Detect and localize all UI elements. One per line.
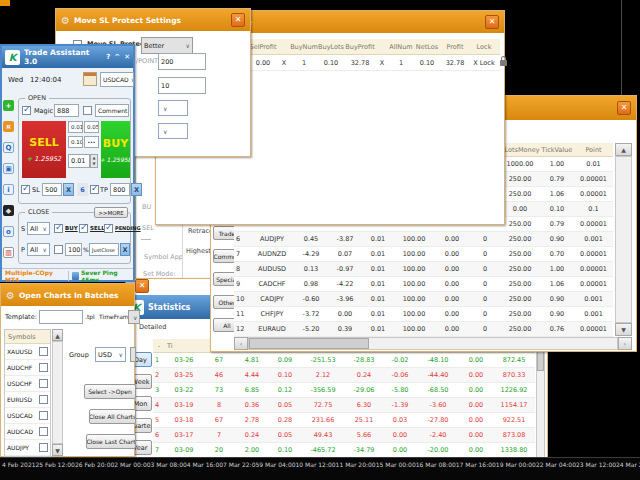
lot-more-button[interactable]: ••• [84, 136, 99, 148]
symbol-checkbox[interactable] [39, 443, 48, 452]
symbols-list-item[interactable]: EURUSD [5, 392, 50, 408]
statistics-close-icon[interactable]: ✕ [135, 279, 149, 293]
distance-field[interactable]: 200 [158, 53, 206, 70]
symbols-row[interactable]: 10 CADJPY -0.60 -3.96 0.01 100.00 0.00 0… [234, 292, 613, 307]
symbol-checkbox[interactable] [39, 395, 48, 404]
symbols-row[interactable]: 6 AUDJPY 0.45 -3.87 0.01 100.00 0.00 0 2… [234, 232, 613, 247]
symbol-checkbox[interactable] [39, 347, 48, 356]
symbol-checkbox[interactable] [39, 379, 48, 388]
sl-field[interactable]: 500 [42, 183, 62, 196]
profit-filter-dropdown[interactable]: All [27, 243, 50, 256]
close-pending-checkbox[interactable] [104, 224, 113, 233]
symbols-row[interactable]: 7 AUDNZD -4.29 0.07 0.01 100.00 0.00 0 2… [234, 247, 613, 262]
symbol-checkbox[interactable] [39, 427, 48, 436]
symbols-row[interactable]: 9 CADCHF 0.98 -4.22 0.01 100.00 0.00 0 2… [234, 277, 613, 292]
statistics-row[interactable]: 7 03-09 20 2.00 0.10 -465.72 -34.79 0.00… [153, 443, 535, 458]
side-filter-dropdown[interactable]: All [27, 222, 50, 235]
comment-checkbox[interactable] [83, 106, 92, 115]
calendar-icon[interactable] [83, 72, 97, 86]
lot-stepper[interactable]: 0.01 [68, 154, 90, 168]
symbols-row[interactable]: 11 CHFJPY -3.72 0.00 0.01 100.00 0.00 0 … [234, 307, 613, 322]
close-execute-button[interactable]: X [120, 243, 130, 256]
lot-preset-3[interactable]: 0.10 [68, 136, 83, 148]
tab-detailed[interactable]: Detailed [139, 323, 166, 331]
symbol-checkbox[interactable] [39, 411, 48, 420]
symbols-list-item[interactable]: AUDJPY [5, 440, 50, 456]
symbols-list-item[interactable]: USDCHF [5, 376, 50, 392]
scroll-down-icon[interactable]: ▼ [615, 323, 632, 336]
sl-checkbox[interactable] [21, 185, 30, 194]
percent-checkbox[interactable] [54, 245, 63, 254]
timeframe-dropdown[interactable] [128, 310, 140, 324]
group-dropdown[interactable]: USD [95, 347, 126, 362]
select-open-button[interactable]: Select ->Open [84, 384, 136, 399]
scroll-right-icon[interactable]: › [618, 337, 632, 350]
tool-icon[interactable]: Q [3, 142, 14, 153]
move-sl-title-bar[interactable]: ⚙ Move SL Protect Settings ✕ [56, 9, 250, 31]
tool-icon[interactable]: + [3, 100, 14, 111]
magic-field[interactable]: 888 [54, 104, 79, 117]
percent-field[interactable]: 100 [65, 243, 82, 256]
template-field[interactable] [39, 310, 83, 324]
lock-icon[interactable] [500, 60, 507, 66]
statistics-row[interactable]: 4 03-19 8 0.36 0.05 72.75 6.30 -1.39 -3.… [153, 398, 535, 413]
tool-icon[interactable]: ▥ [3, 247, 14, 258]
v-scrollbar[interactable] [615, 156, 632, 323]
symbols-list-item[interactable]: AUDCAD [5, 424, 50, 440]
scroll-left-icon[interactable]: ‹ [234, 337, 248, 350]
statistics-scrollbar[interactable] [536, 339, 545, 458]
hidden-item-highest[interactable]: Highest [186, 247, 211, 255]
symbol-checkbox[interactable] [39, 363, 48, 372]
magic-checkbox[interactable] [22, 106, 31, 115]
lot-stepper-arrows[interactable]: ▲▼ [90, 154, 98, 168]
statistics-row[interactable]: 3 03-22 73 6.85 0.12 -356.59 -29.06 -5.8… [153, 383, 535, 398]
tool-icon[interactable]: ◆ [3, 205, 14, 216]
tp-clear-button[interactable]: X [131, 183, 142, 196]
close-last-chart-button[interactable]: Close Last Chart [86, 434, 136, 449]
close-mode-dropdown[interactable]: JustClose [89, 243, 119, 256]
mode-dropdown[interactable]: Better [141, 37, 193, 54]
close-icon[interactable]: ✕ [485, 15, 499, 29]
lot-preset-1[interactable]: 0.01 [68, 121, 83, 133]
tool-icon[interactable]: ▣ [3, 163, 14, 174]
more-button[interactable]: >>MORE [94, 207, 128, 218]
h-scrollbar[interactable]: ‹ › [234, 337, 632, 350]
collapse-icon[interactable]: ^ [114, 53, 120, 61]
statistics-row[interactable]: 6 03-17 7 0.24 0.05 49.43 5.66 0.00 -2.4… [153, 428, 535, 443]
tool-icon[interactable]: i [3, 184, 14, 195]
open-charts-title-bar[interactable]: ⚙ Open Charts In Batches [1, 284, 134, 306]
lot-preset-2[interactable]: 0.05 [84, 121, 99, 133]
close-buy-checkbox[interactable] [54, 224, 63, 233]
tp-field[interactable]: 800 [110, 183, 130, 196]
symbols-list-item[interactable]: USDCAD [5, 408, 50, 424]
close-icon[interactable]: ✕ [124, 53, 130, 61]
tool-icon[interactable]: ¤ [3, 121, 14, 132]
sell-button[interactable]: SELL + 1.25952 [22, 121, 66, 178]
sl-clear-button[interactable]: X [63, 183, 74, 196]
group-extra-dropdown[interactable] [130, 347, 136, 362]
close-all-charts-button[interactable]: Close All Charts [89, 409, 136, 424]
close-sell-checkbox[interactable] [79, 224, 88, 233]
help-icon[interactable]: ? [106, 53, 110, 61]
symbols-list-item[interactable]: AUDCHF [5, 360, 50, 376]
step-field[interactable]: 10 [158, 77, 206, 94]
close-icon[interactable]: ✕ [617, 101, 631, 115]
tool-icon[interactable]: o [3, 226, 14, 237]
buy-button[interactable]: BUY + 1.25958 [101, 121, 130, 178]
symbols-list-item[interactable]: XAUUSD [5, 344, 50, 360]
symbols-list-scrollbar[interactable]: ▲ ▼ [52, 329, 63, 456]
option-dropdown-1[interactable] [158, 100, 188, 116]
statistics-row[interactable]: 2 03-25 46 4.44 0.10 2.12 0.24 -0.06 -44… [153, 368, 535, 383]
statistics-row[interactable]: 5 03-18 67 2.78 0.28 231.66 25.11 0.03 -… [153, 413, 535, 428]
scroll-up-icon[interactable]: ▲ [615, 143, 632, 156]
symbols-row[interactable]: 8 AUDUSD 0.13 -0.97 0.01 100.00 0.00 0 2… [234, 262, 613, 277]
trade-assistant-title-bar[interactable]: K Trade Assistant 3.0 ? ^ ✕ [2, 46, 133, 68]
symbols-row[interactable]: 12 EURAUD -5.20 0.39 0.01 100.00 0.00 0 … [234, 322, 613, 337]
symbol-dropdown[interactable]: USDCAD [100, 72, 134, 87]
statistics-row[interactable]: 1 03-26 67 4.81 0.09 -251.53 -28.83 -0.0… [153, 353, 535, 368]
option-dropdown-2[interactable] [158, 123, 188, 139]
close-icon[interactable]: ✕ [231, 13, 245, 27]
comment-field[interactable]: Comment [95, 104, 129, 117]
tp-checkbox[interactable] [90, 185, 99, 194]
chart-timeline[interactable]: 4 Feb 202125 Feb 12:0026 Feb 20:002 Mar … [0, 457, 640, 480]
